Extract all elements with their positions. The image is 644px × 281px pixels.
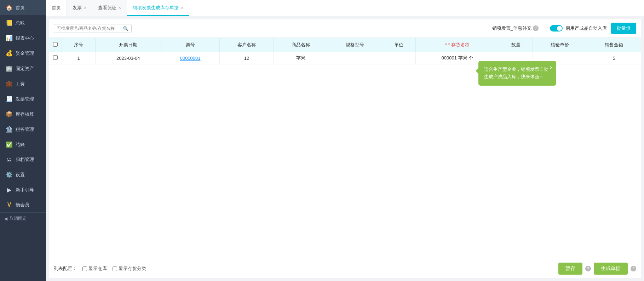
- sidebar-item-label: 固定资产: [16, 65, 34, 72]
- pin-label: 取消固定: [10, 216, 27, 222]
- settings-icon: ⚙️: [6, 171, 13, 178]
- cell-unit: [382, 52, 415, 64]
- sidebar-item-settings[interactable]: ⚙️ 设置: [0, 167, 46, 182]
- invoices-icon: 🧾: [6, 96, 13, 102]
- tab-stock-doc[interactable]: 销项发票生成库存单据 ×: [127, 0, 189, 16]
- search-box[interactable]: 🔍: [54, 24, 132, 33]
- sidebar-item-label: 归档管理: [16, 156, 34, 163]
- toggle-auto-warehouse[interactable]: [550, 25, 563, 31]
- tab-stock-doc-label: 销项发票生成库存单据: [133, 5, 179, 11]
- funds-icon: 💰: [6, 50, 13, 57]
- save-button[interactable]: 暂存: [558, 263, 582, 275]
- show-category-label: 显示存货分类: [119, 265, 146, 272]
- sidebar-item-guide[interactable]: ▶ 新手引导: [0, 182, 46, 197]
- sidebar-item-label: 总账: [16, 20, 25, 26]
- tooltip-text: 适合生产型企业，销项发票自动生成产成品入库，快来体验～: [484, 67, 548, 79]
- sidebar-item-label: 新手引导: [16, 187, 34, 193]
- sidebar-item-invoices[interactable]: 🧾 发票管理: [0, 91, 46, 107]
- inventory-icon: 📦: [6, 111, 13, 117]
- cell-spec: [328, 52, 382, 64]
- show-warehouse-checkbox[interactable]: [82, 266, 87, 271]
- tab-voucher-close[interactable]: ×: [119, 6, 121, 10]
- cell-checkbox[interactable]: [49, 52, 62, 64]
- tab-voucher[interactable]: 查看凭证 ×: [92, 0, 127, 16]
- row-checkbox[interactable]: [53, 55, 58, 60]
- sidebar-item-inventory[interactable]: 📦 库存核算: [0, 107, 46, 122]
- search-icon: 🔍: [123, 26, 128, 31]
- toolbar: 🔍 销项发票_信息补充 ? 启用产成品自动入库 批量填: [49, 19, 641, 38]
- sidebar-item-label: 资金管理: [16, 50, 34, 57]
- sidebar-item-salary[interactable]: 💼 工资: [0, 76, 46, 91]
- sidebar-item-member[interactable]: V 畅会员: [0, 197, 46, 212]
- cell-seq: 1: [62, 52, 96, 64]
- main-area: 首页 发票 × 查看凭证 × 销项发票生成库存单据 × 🔍 销项发票_信息补充 …: [46, 0, 644, 281]
- sidebar-item-label: 结账: [16, 142, 25, 148]
- sidebar-item-archive[interactable]: 🗂 归档管理: [0, 152, 46, 167]
- footer-right: 暂存 ? 生成单据 ?: [558, 263, 636, 275]
- pin-icon: ◀: [4, 216, 7, 221]
- reports-icon: 📊: [6, 35, 13, 41]
- show-warehouse-check[interactable]: 显示仓库: [82, 265, 107, 272]
- salary-icon: 💼: [6, 80, 13, 87]
- tab-home-label: 首页: [52, 5, 61, 11]
- sidebar-item-assets[interactable]: 🏢 固定资产: [0, 61, 46, 76]
- settle-icon: ✅: [6, 141, 13, 148]
- footer-config-label: 列表配置：: [54, 265, 77, 272]
- sidebar-item-label: 库存核算: [16, 111, 34, 117]
- sidebar-item-label: 报表中心: [16, 35, 34, 41]
- sidebar-item-label: 税务管理: [16, 126, 34, 133]
- tab-voucher-label: 查看凭证: [98, 5, 116, 11]
- save-info-icon[interactable]: ?: [585, 266, 591, 271]
- tooltip-close-button[interactable]: ×: [550, 64, 553, 71]
- tooltip-popup: × 适合生产型企业，销项发票自动生成产成品入库，快来体验～: [478, 61, 556, 86]
- tab-invoice[interactable]: 发票 ×: [67, 0, 92, 16]
- show-category-checkbox[interactable]: [113, 266, 117, 271]
- show-category-check[interactable]: 显示存货分类: [113, 265, 146, 272]
- search-input[interactable]: [57, 26, 121, 31]
- col-spec: 规格型号: [328, 38, 382, 52]
- select-all-checkbox[interactable]: [53, 42, 58, 47]
- cell-customer: 12: [220, 52, 274, 64]
- show-warehouse-label: 显示仓库: [88, 265, 107, 272]
- tax-icon: 🏦: [6, 126, 13, 133]
- info-icon[interactable]: ?: [533, 25, 539, 31]
- sidebar-item-label: 工资: [16, 81, 25, 87]
- col-goods: 商品名称: [274, 38, 328, 52]
- ledger-icon: 📒: [6, 19, 13, 26]
- info-text: 销项发票_信息补充: [492, 25, 531, 31]
- sidebar-item-label: 发票管理: [16, 96, 34, 102]
- sidebar-item-funds[interactable]: 💰 资金管理: [0, 46, 46, 61]
- cell-goods: 苹果: [274, 52, 328, 64]
- tab-stock-doc-close[interactable]: ×: [181, 6, 183, 10]
- tab-invoice-close[interactable]: ×: [84, 6, 86, 10]
- sidebar-item-ledger[interactable]: 📒 总账: [0, 15, 46, 30]
- col-seq: 序号: [62, 38, 96, 52]
- col-price-validate: 核验单价: [533, 38, 587, 52]
- sidebar-item-label: 设置: [16, 172, 25, 178]
- generate-info-icon[interactable]: ?: [631, 266, 636, 271]
- sidebar-item-tax[interactable]: 🏦 税务管理: [0, 122, 46, 137]
- sidebar-item-settle[interactable]: ✅ 结账: [0, 137, 46, 152]
- assets-icon: 🏢: [6, 65, 13, 72]
- tab-invoice-label: 发票: [73, 5, 82, 11]
- sidebar-item-reports[interactable]: 📊 报表中心: [0, 30, 46, 46]
- col-unit: 单位: [382, 38, 415, 52]
- col-qty: 数量: [499, 38, 533, 52]
- member-icon: V: [6, 202, 13, 208]
- col-checkbox: [49, 38, 62, 52]
- tab-bar: 首页 发票 × 查看凭证 × 销项发票生成库存单据 ×: [46, 0, 644, 16]
- data-table: 序号 开票日期 票号 客户名称 商品名称 规格型号 单位 * * 存货名称 数量…: [49, 38, 641, 64]
- pin-bar[interactable]: ◀ 取消固定: [0, 212, 46, 224]
- cell-date: 2023-03-04: [96, 52, 161, 64]
- cell-no[interactable]: 00000001: [161, 52, 220, 64]
- col-stock-name: * * 存货名称: [415, 38, 499, 52]
- toggle-area: 启用产成品自动入库: [550, 25, 607, 31]
- col-no: 票号: [161, 38, 220, 52]
- generate-button[interactable]: 生成单据: [594, 263, 628, 275]
- tab-home[interactable]: 首页: [46, 0, 67, 16]
- batch-fill-button[interactable]: 批量填: [611, 23, 636, 34]
- guide-icon: ▶: [6, 187, 13, 193]
- invoice-link[interactable]: 00000001: [180, 56, 201, 61]
- sidebar-item-home[interactable]: 🏠 首页: [0, 0, 46, 15]
- col-date: 开票日期: [96, 38, 161, 52]
